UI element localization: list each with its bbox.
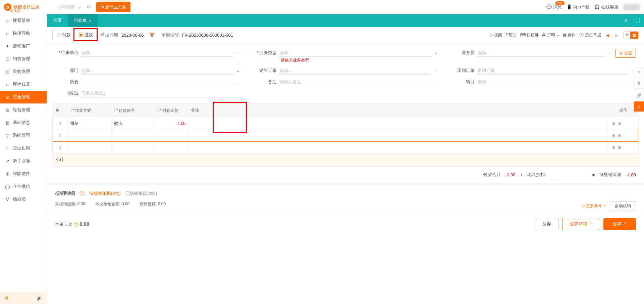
radio-refund[interactable]: 退款 [75, 30, 97, 40]
radio-pay[interactable]: 付款 [53, 30, 75, 40]
account-cell[interactable] [111, 130, 155, 142]
purchase-order-input[interactable] [477, 67, 629, 75]
tab-close-icon[interactable]: × [89, 18, 92, 23]
gear-icon[interactable]: ⚙ [87, 4, 91, 9]
sidebar-item[interactable]: ↗新手引导 [0, 155, 47, 167]
account-header[interactable]: ▴▾*付款账号 [111, 103, 155, 117]
chevron-down-icon[interactable]: ⌄ [236, 68, 240, 73]
add-icon[interactable]: ⊕ [618, 145, 621, 150]
sidebar-item[interactable]: ⌕搜索菜单 [0, 14, 47, 27]
project-input[interactable] [477, 78, 629, 86]
settings-button[interactable]: ⚙设置 [615, 49, 636, 58]
remark-cell[interactable] [189, 130, 608, 142]
save-button[interactable]: 保存⌃ [603, 218, 636, 230]
auto-verify-button[interactable]: 自动核销 [610, 201, 636, 211]
sales-order-input[interactable] [279, 67, 431, 75]
amount-header[interactable]: ▴▾*付款金额 [155, 103, 189, 117]
settle-cell[interactable] [68, 142, 111, 154]
experience-button[interactable]: 体验行业方案 [96, 2, 130, 12]
add-icon[interactable]: ⊕ [618, 133, 621, 138]
delete-icon[interactable]: 🗑 [612, 121, 616, 126]
tab[interactable]: 付款单× [68, 14, 98, 27]
calendar-icon[interactable]: 📅 [149, 33, 155, 38]
chevron-down-icon[interactable]: ⌄ [434, 50, 438, 55]
biztype-input[interactable] [279, 49, 432, 57]
partner-input[interactable] [80, 49, 233, 57]
user-avatar[interactable] [623, 4, 640, 10]
prev-arrow-icon[interactable]: ◀ [604, 33, 610, 38]
add-icon[interactable]: ⊕ [618, 121, 621, 126]
rail-attach-icon[interactable]: 🔗 [634, 90, 644, 100]
gear-header[interactable]: ⚙ [53, 103, 68, 117]
info-icon[interactable]: ? [80, 191, 85, 196]
remark-input[interactable] [279, 78, 438, 86]
next-arrow-icon[interactable]: ▶ [614, 33, 620, 38]
table-row[interactable]: 2 🗑⊕ [53, 130, 638, 142]
shortcut-tool[interactable]: ⌨快捷键 [520, 32, 539, 38]
test1-input[interactable] [80, 89, 240, 97]
tab[interactable]: 首页 [47, 14, 68, 27]
info-icon[interactable]: ? [74, 222, 78, 227]
account-cell[interactable]: 微信 [111, 117, 155, 130]
more-icon[interactable]: ⋯ [235, 50, 240, 55]
company-name[interactable]: 公司名称 [58, 4, 75, 10]
doc-date-value[interactable]: 2023-06-06 [121, 33, 144, 38]
online-service-link[interactable]: 🎧 在线客服 [594, 4, 619, 10]
save-draft-button[interactable]: 保存草稿⌃ [562, 218, 600, 230]
sidebar-item[interactable]: ⌂快捷导航 [0, 27, 47, 40]
remark-header[interactable]: 备注 [189, 103, 608, 117]
video-tool[interactable]: ▷视频 [490, 32, 502, 38]
sidebar-item[interactable]: ▤经营管理 [0, 103, 47, 116]
operate-tool[interactable]: ▦操作 [563, 32, 576, 38]
remark-cell[interactable] [189, 117, 608, 130]
tab-close-all-icon[interactable]: ✕ [620, 18, 632, 23]
pending-tab[interactable]: 待核销单据(0笔) [89, 190, 121, 197]
sidebar-item[interactable]: 🛒采购管理 [0, 65, 47, 78]
card-view-icon[interactable]: ▦ [630, 32, 638, 39]
delete-icon[interactable]: 🗑 [612, 133, 616, 138]
discard-button[interactable]: 放弃 [535, 218, 559, 230]
app-download-link[interactable]: 📱 App下载 [567, 4, 590, 10]
sidebar-item[interactable]: ⊙资金管理 [0, 91, 47, 103]
amount-cell[interactable] [155, 142, 189, 154]
rail-expand-icon[interactable]: ⤢ [634, 101, 644, 112]
more-conditions-link[interactable]: ▽更多条件⌃ [582, 203, 606, 209]
print-tool[interactable]: 🖶打印⌄ [542, 32, 559, 38]
sidebar-item[interactable]: ⬡销售管理 [0, 52, 47, 65]
collapse-icon[interactable]: 🔊 [37, 296, 42, 301]
amount-cell[interactable]: -1.00 [155, 117, 189, 130]
summary-input[interactable] [80, 78, 240, 86]
done-tab[interactable]: 已核销单据(0笔) [125, 190, 157, 197]
sidebar-item[interactable]: ⌂库存核算 [0, 78, 47, 91]
sidebar-item[interactable]: ⊞智能硬件 [0, 167, 47, 180]
company-chevron-icon[interactable]: ⌄ [78, 4, 82, 9]
rail-note-icon[interactable]: ✎ [634, 67, 644, 77]
sidebar-item[interactable]: ▥基础信息 [0, 116, 47, 129]
sidebar-item[interactable]: V畅会员 [0, 193, 47, 206]
amount-cell[interactable] [155, 130, 189, 142]
history-tool[interactable]: 🕘历史单据 [579, 32, 601, 38]
rail-doc-icon[interactable]: 🗎 [634, 79, 644, 89]
list-view-icon[interactable]: ≡ [624, 32, 630, 39]
dept-input[interactable] [80, 67, 234, 75]
sidebar-item[interactable]: ✦营销推广 [0, 40, 47, 52]
more-icon[interactable]: ⋯ [433, 68, 438, 73]
more-icon[interactable]: ⋯ [607, 50, 612, 55]
cash-discount-input[interactable] [551, 171, 588, 178]
sidebar-item[interactable]: ♢企业协同 [0, 142, 47, 155]
settle-cell[interactable]: 微信 [68, 117, 111, 130]
sidebar-item[interactable]: ◌系统管理 [0, 129, 47, 142]
fullscreen-icon[interactable]: ⛶ [632, 18, 644, 23]
account-cell[interactable] [111, 142, 155, 154]
settings-icon[interactable]: ⚙ [5, 296, 9, 301]
remark-cell[interactable] [189, 142, 608, 154]
settle-cell[interactable] [68, 130, 111, 142]
sidebar-item[interactable]: ◯企业微信 [0, 180, 47, 193]
table-row[interactable]: 1 微信 微信 -1.00 🗑⊕ [53, 117, 638, 130]
table-row[interactable]: 3 🗑⊕ [53, 142, 638, 154]
delete-icon[interactable]: 🗑 [612, 145, 616, 150]
messages-link[interactable]: 💬 消息 99+ [546, 4, 562, 10]
help-tool[interactable]: ?帮助 [505, 32, 517, 38]
settle-header[interactable]: ▴▾*结算方式 [68, 103, 111, 117]
clerk-input[interactable] [477, 49, 605, 57]
